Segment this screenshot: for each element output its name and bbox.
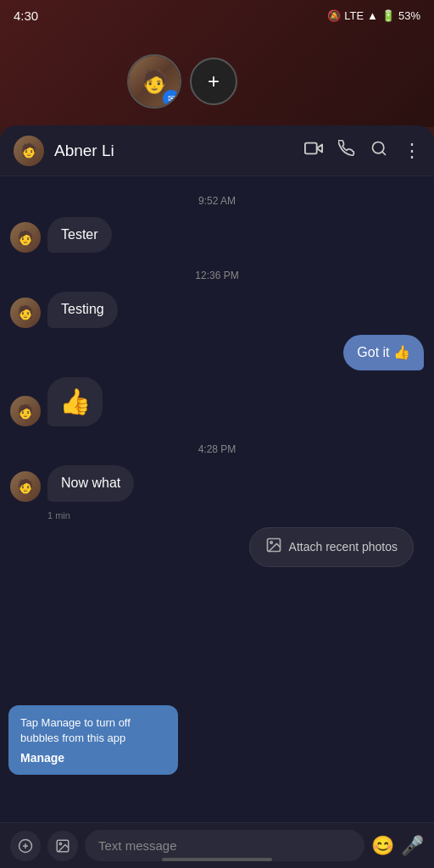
attach-suggestion-row: Attach recent photos <box>10 524 424 570</box>
avatar: 🧑 <box>10 396 41 426</box>
lte-label: LTE <box>344 9 364 22</box>
battery-icon: 🔋 <box>381 9 395 22</box>
message-row: 🧑 Testing <box>10 292 424 327</box>
manage-button[interactable]: Manage <box>20 751 166 765</box>
add-icon: + <box>208 70 220 93</box>
battery-percent: 53% <box>398 9 420 22</box>
attach-label: Attach recent photos <box>289 540 398 554</box>
bubble-thumbsup: 👍 <box>47 377 103 426</box>
bubble-got-it: Got it 👍 <box>343 335 424 370</box>
svg-rect-1 <box>305 143 317 154</box>
mic-button[interactable]: 🎤 <box>401 835 424 857</box>
avatar: 🧑 <box>10 222 41 253</box>
tooltip-bubble: Tap Manage to turn off bubbles from this… <box>8 705 178 775</box>
bubble-tester: Tester <box>47 217 112 253</box>
header-avatar: 🧑 <box>14 136 44 166</box>
header-contact-name: Abner Li <box>54 142 294 160</box>
bubble-launcher-area: 🧑 ✉ + <box>0 31 434 132</box>
message-row: 🧑 Tester <box>10 217 424 253</box>
svg-marker-0 <box>317 144 322 152</box>
search-icon[interactable] <box>370 140 387 161</box>
mute-icon: 🔕 <box>327 9 341 22</box>
message-input[interactable] <box>85 830 364 861</box>
bubble-testing: Testing <box>47 292 118 327</box>
emoji-button[interactable]: 😊 <box>371 835 394 857</box>
message-row-emoji: 🧑 👍 <box>10 377 424 426</box>
gallery-button[interactable] <box>47 831 78 861</box>
avatar: 🧑 <box>10 298 41 328</box>
svg-point-5 <box>270 541 272 543</box>
avatar: 🧑 <box>10 471 41 502</box>
video-call-icon[interactable] <box>304 139 323 162</box>
attach-recent-photos-button[interactable]: Attach recent photos <box>249 527 414 567</box>
timestamp-1: 9:52 AM <box>10 195 424 207</box>
messages-badge: ✉ <box>163 90 180 107</box>
signal-bars: ▲ <box>367 9 378 22</box>
photo-icon <box>265 537 282 558</box>
bottom-nav-indicator <box>162 858 272 861</box>
message-row-nowwhat: 🧑 Now what <box>10 465 424 501</box>
add-attachment-button[interactable] <box>10 831 41 861</box>
contact-bubble[interactable]: 🧑 ✉ <box>127 54 181 108</box>
status-time: 4:30 <box>14 8 38 23</box>
header-actions: ⋮ <box>304 139 420 162</box>
svg-point-10 <box>59 843 61 844</box>
timestamp-2: 12:36 PM <box>10 270 424 281</box>
message-time-ago: 1 min <box>47 510 424 520</box>
chat-header: 🧑 Abner Li ⋮ <box>0 125 434 176</box>
tooltip-text: Tap Manage to turn off bubbles from this… <box>20 715 166 746</box>
phone-call-icon[interactable] <box>338 140 355 161</box>
message-row-outgoing: Got it 👍 <box>10 335 424 370</box>
more-options-icon[interactable]: ⋮ <box>403 140 420 162</box>
status-bar: 4:30 🔕 LTE ▲ 🔋 53% <box>0 0 434 31</box>
bubble-now-what: Now what <box>47 465 134 501</box>
timestamp-3: 4:28 PM <box>10 443 424 455</box>
add-bubble-button[interactable]: + <box>190 58 237 105</box>
status-icons: 🔕 LTE ▲ 🔋 53% <box>327 9 420 22</box>
svg-line-3 <box>382 152 386 155</box>
